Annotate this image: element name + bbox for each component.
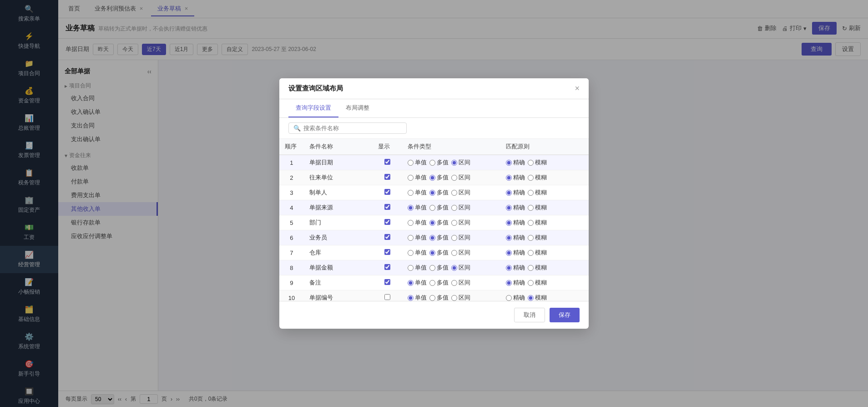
match-radio-label[interactable]: 精确 (506, 188, 525, 197)
type-radio[interactable] (429, 235, 435, 241)
type-radio[interactable] (429, 250, 435, 256)
type-radio-label[interactable]: 单值 (408, 279, 427, 287)
match-radio[interactable] (506, 295, 512, 301)
match-radio-label[interactable]: 模糊 (528, 173, 547, 182)
match-radio[interactable] (506, 265, 512, 271)
type-radio-label[interactable]: 区间 (451, 234, 470, 242)
type-radio[interactable] (408, 220, 414, 226)
match-radio-label[interactable]: 精确 (506, 294, 525, 301)
type-radio-label[interactable]: 区间 (451, 264, 470, 272)
type-radio-label[interactable]: 单值 (408, 294, 427, 301)
type-radio-label[interactable]: 区间 (451, 249, 470, 257)
type-radio[interactable] (408, 175, 414, 181)
modal-close-button[interactable]: × (575, 84, 580, 93)
type-radio-label[interactable]: 多值 (429, 219, 449, 227)
match-radio[interactable] (528, 160, 534, 166)
match-radio-label[interactable]: 模糊 (528, 264, 547, 272)
type-radio[interactable] (429, 160, 435, 166)
type-radio[interactable] (451, 160, 457, 166)
type-radio-label[interactable]: 区间 (451, 173, 470, 182)
type-radio[interactable] (408, 205, 414, 211)
modal-save-button[interactable]: 保存 (550, 308, 580, 322)
match-radio-label[interactable]: 精确 (506, 219, 525, 227)
type-radio[interactable] (408, 190, 414, 196)
type-radio[interactable] (408, 160, 414, 166)
type-radio[interactable] (451, 295, 457, 301)
type-radio[interactable] (429, 280, 435, 286)
type-radio[interactable] (429, 220, 435, 226)
type-radio-label[interactable]: 多值 (429, 188, 449, 197)
type-radio-label[interactable]: 多值 (429, 249, 449, 257)
match-radio[interactable] (506, 205, 512, 211)
match-radio-label[interactable]: 精确 (506, 204, 525, 212)
match-radio[interactable] (506, 220, 512, 226)
display-checkbox[interactable] (384, 294, 390, 300)
type-radio-label[interactable]: 单值 (408, 204, 427, 212)
match-radio[interactable] (506, 175, 512, 181)
type-radio-label[interactable]: 区间 (451, 204, 470, 212)
display-checkbox[interactable] (384, 219, 390, 225)
type-radio-label[interactable]: 单值 (408, 188, 427, 197)
type-radio[interactable] (429, 190, 435, 196)
type-radio-label[interactable]: 单值 (408, 158, 427, 167)
match-radio[interactable] (528, 265, 534, 271)
match-radio[interactable] (528, 250, 534, 256)
modal-tab-layout[interactable]: 布局调整 (338, 99, 377, 117)
type-radio-label[interactable]: 多值 (429, 294, 449, 301)
match-radio[interactable] (506, 190, 512, 196)
type-radio[interactable] (429, 175, 435, 181)
type-radio-label[interactable]: 多值 (429, 279, 449, 287)
match-radio-label[interactable]: 模糊 (528, 294, 547, 301)
match-radio-label[interactable]: 模糊 (528, 204, 547, 212)
type-radio-label[interactable]: 单值 (408, 173, 427, 182)
match-radio[interactable] (528, 175, 534, 181)
type-radio[interactable] (451, 265, 457, 271)
match-radio-label[interactable]: 模糊 (528, 158, 547, 167)
match-radio[interactable] (528, 205, 534, 211)
type-radio[interactable] (408, 280, 414, 286)
type-radio[interactable] (429, 295, 435, 301)
match-radio-label[interactable]: 精确 (506, 249, 525, 257)
search-condition-input[interactable] (303, 125, 402, 132)
display-checkbox[interactable] (384, 204, 390, 210)
type-radio-label[interactable]: 多值 (429, 158, 449, 167)
type-radio[interactable] (429, 265, 435, 271)
match-radio-label[interactable]: 模糊 (528, 234, 547, 242)
type-radio-label[interactable]: 区间 (451, 188, 470, 197)
type-radio[interactable] (408, 295, 414, 301)
display-checkbox[interactable] (384, 264, 390, 270)
match-radio-label[interactable]: 模糊 (528, 188, 547, 197)
display-checkbox[interactable] (384, 249, 390, 255)
type-radio-label[interactable]: 多值 (429, 204, 449, 212)
type-radio[interactable] (429, 205, 435, 211)
type-radio-label[interactable]: 区间 (451, 279, 470, 287)
match-radio-label[interactable]: 精确 (506, 173, 525, 182)
type-radio-label[interactable]: 区间 (451, 294, 470, 301)
type-radio-label[interactable]: 区间 (451, 219, 470, 227)
type-radio-label[interactable]: 多值 (429, 173, 449, 182)
match-radio-label[interactable]: 模糊 (528, 219, 547, 227)
match-radio[interactable] (528, 280, 534, 286)
type-radio-label[interactable]: 多值 (429, 234, 449, 242)
match-radio[interactable] (506, 250, 512, 256)
match-radio-label[interactable]: 精确 (506, 234, 525, 242)
match-radio-label[interactable]: 模糊 (528, 279, 547, 287)
match-radio-label[interactable]: 模糊 (528, 249, 547, 257)
match-radio[interactable] (528, 295, 534, 301)
match-radio[interactable] (528, 220, 534, 226)
display-checkbox[interactable] (384, 234, 390, 240)
type-radio[interactable] (451, 205, 457, 211)
type-radio-label[interactable]: 区间 (451, 158, 470, 167)
match-radio[interactable] (506, 280, 512, 286)
display-checkbox[interactable] (384, 174, 390, 180)
type-radio-label[interactable]: 多值 (429, 264, 449, 272)
display-checkbox[interactable] (384, 279, 390, 285)
type-radio[interactable] (451, 280, 457, 286)
type-radio[interactable] (408, 265, 414, 271)
match-radio[interactable] (506, 160, 512, 166)
match-radio[interactable] (506, 235, 512, 241)
type-radio[interactable] (451, 235, 457, 241)
display-checkbox[interactable] (384, 189, 390, 195)
type-radio[interactable] (451, 250, 457, 256)
match-radio-label[interactable]: 精确 (506, 279, 525, 287)
